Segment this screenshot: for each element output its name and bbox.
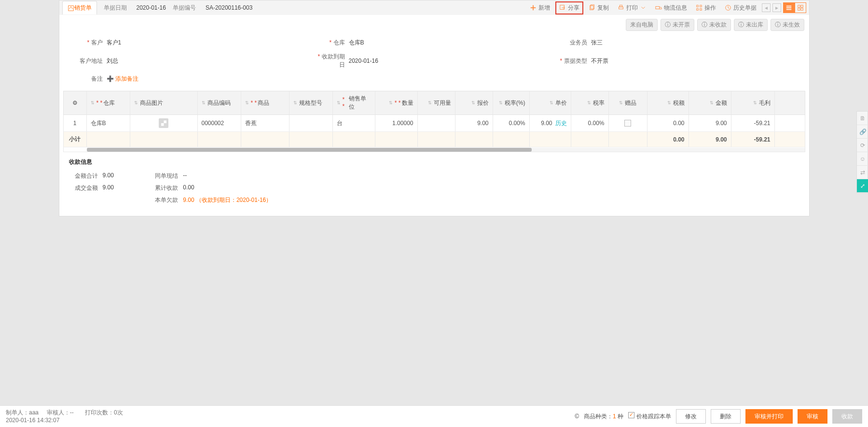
svg-rect-7	[696, 5, 698, 7]
sidebar-refresh-icon[interactable]: ⟳	[857, 139, 868, 152]
new-button[interactable]: 新增	[526, 2, 553, 14]
share-button[interactable]: 分享	[555, 1, 583, 14]
cell-taxrate2[interactable]: 0.00%	[571, 115, 609, 131]
gear-icon: ⚙	[72, 100, 78, 106]
cell-name[interactable]: 香蕉	[241, 115, 289, 131]
cell-quote[interactable]: 9.00	[455, 115, 493, 131]
col-quote[interactable]: ⇅报价	[455, 91, 493, 114]
horizontal-scrollbar[interactable]	[63, 147, 805, 152]
view-card-button[interactable]	[795, 2, 806, 13]
doc-no-label: 单据编号	[173, 4, 196, 12]
label-customer: 客户	[71, 39, 107, 47]
plus-icon	[530, 4, 537, 11]
value-salesman[interactable]: 张三	[591, 39, 603, 47]
svg-rect-8	[700, 5, 702, 7]
cell-qty[interactable]: 1.00000	[375, 115, 418, 131]
col-profit[interactable]: ⇅毛利	[731, 91, 775, 114]
col-warehouse[interactable]: ⇅*仓库	[87, 91, 130, 114]
order-icon	[68, 5, 74, 12]
col-taxrate[interactable]: ⇅税率(%)	[493, 91, 530, 114]
history-button[interactable]: 历史单据	[721, 2, 760, 14]
col-amount[interactable]: ⇅金额	[689, 91, 731, 114]
info-icon: ⓘ	[702, 21, 707, 29]
sidebar-swap-icon[interactable]: ⇄	[857, 166, 868, 179]
col-price[interactable]: ⇅单价	[530, 91, 571, 114]
copy-button[interactable]: 复制	[585, 2, 612, 14]
scroll-thumb[interactable]	[87, 148, 532, 152]
sidebar-user-icon[interactable]: ☺	[857, 152, 868, 166]
share-icon	[559, 4, 566, 11]
pill-uninvoiced[interactable]: ⓘ未开票	[661, 19, 694, 31]
label-owe: 本单欠款	[149, 196, 178, 204]
cell-unit[interactable]: 台	[333, 115, 375, 131]
info-icon: ⓘ	[665, 21, 671, 29]
col-taxrate2[interactable]: ⇅税率	[571, 91, 609, 114]
label-salesman: 业务员	[555, 39, 591, 47]
value-due[interactable]: 2020-01-16	[349, 57, 378, 64]
label-warehouse: 仓库	[313, 39, 349, 47]
logistics-button[interactable]: 物流信息	[652, 2, 690, 14]
sidebar-expand-icon[interactable]: ⤢	[857, 179, 868, 193]
col-product[interactable]: ⇅*商品	[241, 91, 289, 114]
value-customer[interactable]: 客户1	[107, 39, 122, 47]
cell-taxrate[interactable]: 0.00%	[493, 115, 530, 131]
value-deal: 9.00	[103, 184, 114, 192]
cell-code[interactable]: 0000002	[198, 115, 241, 131]
cell-spec[interactable]	[289, 115, 333, 131]
col-qty[interactable]: ⇅*数量	[375, 91, 418, 114]
label-total: 金额合计	[69, 172, 98, 180]
pill-source: 来自电脑	[626, 19, 658, 31]
pill-unpaid[interactable]: ⓘ未收款	[697, 19, 731, 31]
cell-price[interactable]: 9.00历史	[530, 115, 571, 131]
print-icon	[618, 4, 624, 11]
value-cash: --	[183, 172, 187, 180]
grid-icon	[696, 4, 703, 11]
col-unit[interactable]: ⇅*销售单位	[333, 91, 375, 114]
svg-rect-9	[696, 9, 698, 11]
col-gift[interactable]: ⇅赠品	[609, 91, 648, 114]
next-button[interactable]: ▸	[772, 3, 781, 12]
value-address[interactable]: 刘总	[107, 57, 118, 65]
col-gear[interactable]: ⚙	[64, 91, 87, 114]
gift-checkbox[interactable]	[624, 120, 631, 127]
cell-profit: -59.21	[731, 115, 775, 131]
label-deal: 成交金额	[69, 184, 98, 192]
cell-image[interactable]: 🙾	[130, 115, 198, 131]
sidebar-attach-icon[interactable]: 🔗	[857, 125, 868, 139]
cell-amount: 9.00	[689, 115, 731, 131]
sidebar-note-icon[interactable]: 🗎	[857, 112, 868, 125]
value-recv: 0.00	[183, 184, 194, 192]
tab-sales-order[interactable]: 销货单	[62, 1, 97, 14]
value-invoice-type[interactable]: 不开票	[591, 57, 608, 65]
cell-gift[interactable]	[609, 115, 648, 131]
cell-taxamt: 0.00	[648, 115, 689, 131]
label-invoice-type: 票据类型	[555, 57, 591, 65]
col-spec[interactable]: ⇅规格型号	[289, 91, 333, 114]
truck-icon	[655, 4, 662, 11]
ops-button[interactable]: 操作	[692, 2, 719, 14]
col-taxamt[interactable]: ⇅税额	[648, 91, 689, 114]
add-remark-button[interactable]: ➕ 添加备注	[107, 75, 138, 83]
col-image[interactable]: ⇅商品图片	[130, 91, 198, 114]
clock-icon	[725, 4, 731, 11]
col-code[interactable]: ⇅商品编码	[198, 91, 241, 114]
prev-button[interactable]: ◂	[762, 3, 771, 12]
col-avail[interactable]: ⇅可用量	[418, 91, 455, 114]
pill-uneffect[interactable]: ⓘ未生效	[771, 19, 804, 31]
price-history-link[interactable]: 历史	[555, 119, 567, 128]
value-warehouse[interactable]: 仓库B	[349, 39, 364, 47]
pill-unout[interactable]: ⓘ未出库	[734, 19, 768, 31]
form-area: 客户客户1 仓库仓库B 业务员张三 客户地址刘总 收款到期日2020-01-16…	[59, 32, 809, 91]
view-list-button[interactable]	[783, 2, 795, 13]
doc-date-value: 2020-01-16	[137, 4, 166, 11]
table-row[interactable]: 1 仓库B 🙾 0000002 香蕉 台 1.00000 9.00 0.00% …	[63, 115, 805, 132]
right-sidebar: 🗎 🔗 ⟳ ☺ ⇄ ⤢	[856, 111, 868, 193]
copy-icon	[589, 4, 595, 11]
svg-rect-10	[700, 9, 702, 11]
svg-rect-4	[619, 7, 623, 9]
subtotal-amount: 9.00	[689, 132, 731, 147]
subtotal-label: 小计	[64, 132, 87, 147]
cell-warehouse[interactable]: 仓库B	[87, 115, 130, 131]
plus-circle-icon: ➕	[107, 75, 115, 82]
print-button[interactable]: 打印	[614, 2, 650, 14]
